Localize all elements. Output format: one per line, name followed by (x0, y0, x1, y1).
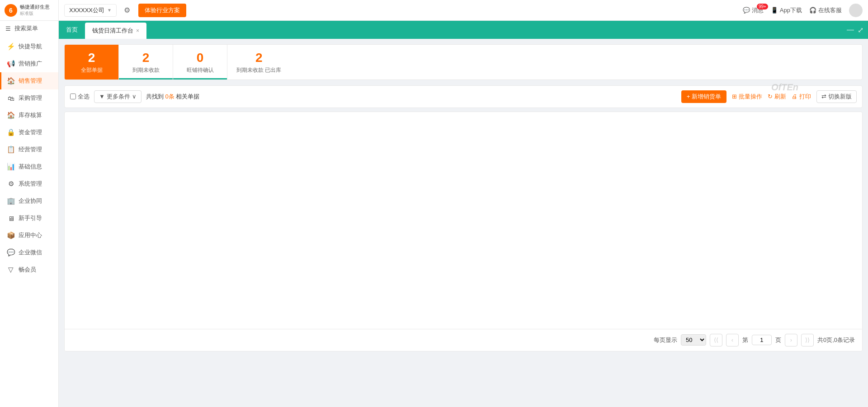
sidebar-item-label: 基础信息 (19, 163, 42, 171)
add-sale-order-button[interactable]: + 新增销货单 (681, 90, 726, 103)
company-name: XXXXXX公司 (69, 6, 104, 14)
avatar[interactable] (849, 4, 863, 17)
stats-tab-pending[interactable]: 0 旺铺待确认 (173, 45, 227, 80)
search-menu-label: 搜索菜单 (14, 24, 38, 33)
sidebar-item-label: 应用中心 (19, 231, 42, 239)
select-all-checkbox[interactable]: 全选 (70, 93, 90, 101)
last-page-button[interactable]: ⟩⟩ (801, 334, 814, 346)
batch-icon: ⊞ (732, 93, 737, 100)
first-page-button[interactable]: ⟨⟨ (710, 334, 722, 346)
page-suffix: 页 (775, 336, 781, 344)
tab-close-icon[interactable]: × (136, 28, 139, 34)
sidebar-item-label: 畅会员 (19, 266, 36, 274)
sidebar-item-new-guide[interactable]: 🖥 新手引导 (0, 210, 58, 227)
logo-icon: 6 (5, 4, 17, 17)
minimize-icon[interactable]: — (847, 26, 854, 34)
service-icon: 🎧 (809, 7, 816, 14)
switch-icon: ⇄ (821, 93, 826, 100)
per-page-label: 每页显示 (654, 336, 677, 344)
tab-underline-overdue (119, 78, 173, 80)
operations-icon: 📋 (7, 145, 15, 154)
cooperation-icon: 🏢 (7, 197, 15, 205)
sidebar-item-label: 采购管理 (19, 94, 42, 102)
trial-button[interactable]: 体验行业方案 (138, 4, 186, 17)
sidebar-logo-area: 6 畅捷通好生意 标准版 (0, 0, 58, 21)
batch-operation-button[interactable]: ⊞ 批量操作 (732, 93, 762, 101)
finance-icon: 🔒 (7, 128, 15, 136)
print-button[interactable]: 🖨 打印 (792, 93, 811, 101)
active-tab-label: 钱货日清工作台 (92, 27, 133, 35)
chevron-down-icon: ▼ (107, 8, 112, 13)
per-page-select[interactable]: 50 100 200 (681, 334, 706, 346)
app-download-label: App下载 (780, 6, 802, 14)
select-all-label: 全选 (78, 93, 90, 101)
sidebar-item-purchase[interactable]: 🛍 采购管理 (0, 89, 58, 107)
app-name: 畅捷通好生意 (20, 4, 50, 10)
sidebar-item-sales[interactable]: 🏠 销售管理 (0, 72, 58, 89)
base-info-icon: 📊 (7, 163, 15, 171)
new-guide-icon: 🖥 (7, 215, 15, 222)
tab-bar-actions: — ⤢ (847, 26, 868, 34)
refresh-label: 刷新 (774, 93, 786, 101)
sidebar-item-cooperation[interactable]: 🏢 企业协同 (0, 192, 58, 210)
page-number-input[interactable] (752, 335, 772, 345)
stats-tabs: 2 全部单据 2 到期未收款 0 旺铺待确认 2 到期未收款 已出库 (64, 44, 863, 80)
inventory-icon: 🏠 (7, 111, 15, 119)
sidebar-item-operations[interactable]: 📋 经营管理 (0, 141, 58, 158)
refresh-button[interactable]: ↻ 刷新 (768, 93, 786, 101)
stats-pending-label: 旺铺待确认 (187, 66, 214, 74)
select-all-input[interactable] (70, 94, 76, 99)
sidebar-item-quick-nav[interactable]: ⚡ 快捷导航 (0, 38, 58, 55)
switch-version-button[interactable]: ⇄ 切换新版 (816, 90, 857, 103)
member-icon: ▽ (7, 266, 15, 274)
toolbar: 全选 ▼ 更多条件 ∨ 共找到 0条 相关单据 + 新增销货单 ⊞ 批量操作 ↻… (64, 85, 863, 108)
sidebar-item-label: 系统管理 (19, 180, 42, 188)
sidebar-item-wechat[interactable]: 💬 企业微信 (0, 244, 58, 261)
system-icon: ⚙ (7, 180, 15, 188)
message-button[interactable]: 💬 消息 99+ (743, 6, 764, 14)
search-menu-icon: ☰ (5, 25, 11, 32)
next-page-button[interactable]: › (785, 334, 797, 346)
main-content: 2 全部单据 2 到期未收款 0 旺铺待确认 2 到期未收款 已出库 全选 ▼ (59, 39, 868, 407)
tab-active[interactable]: 钱货日清工作台 × (85, 23, 146, 39)
switch-label: 切换新版 (828, 93, 852, 101)
stats-tab-all[interactable]: 2 全部单据 (65, 45, 119, 80)
app-download-button[interactable]: 📱 App下载 (771, 6, 802, 14)
sidebar-item-label: 库存核算 (19, 111, 42, 119)
sales-icon: 🏠 (7, 77, 15, 85)
company-selector[interactable]: XXXXXX公司 ▼ (64, 4, 117, 17)
print-icon: 🖨 (792, 93, 797, 100)
sidebar-item-label: 企业协同 (19, 197, 42, 205)
tab-home[interactable]: 首页 (59, 21, 85, 39)
home-tab-label: 首页 (66, 26, 78, 34)
app-center-icon: 📦 (7, 231, 15, 239)
sidebar-item-inventory[interactable]: 🏠 库存核算 (0, 107, 58, 124)
sidebar-item-label: 资金管理 (19, 128, 42, 136)
stats-tab-overdue[interactable]: 2 到期未收款 (119, 45, 173, 80)
settings-button[interactable]: ⚙ (120, 4, 134, 17)
prev-page-button[interactable]: ‹ (726, 334, 739, 346)
search-menu-item[interactable]: ☰ 搜索菜单 (0, 21, 58, 36)
sidebar-item-app-center[interactable]: 📦 应用中心 (0, 227, 58, 244)
online-service-label: 在线客服 (818, 6, 842, 14)
found-text: 共找到 0条 相关单据 (146, 93, 199, 101)
filter-button[interactable]: ▼ 更多条件 ∨ (94, 90, 142, 103)
message-badge: 99+ (757, 4, 768, 9)
sidebar-item-label: 新手引导 (19, 214, 42, 222)
filter-chevron-icon: ∨ (132, 93, 137, 100)
quick-nav-icon: ⚡ (7, 42, 15, 51)
top-header: XXXXXX公司 ▼ ⚙ 体验行业方案 💬 消息 99+ 📱 App下载 🎧 在… (59, 0, 868, 21)
maximize-icon[interactable]: ⤢ (858, 26, 863, 34)
sidebar-item-base-info[interactable]: 📊 基础信息 (0, 158, 58, 175)
sidebar-nav: ⚡ 快捷导航 📢 营销推广 🏠 销售管理 🛍 采购管理 🏠 库存核算 🔒 资金管… (0, 36, 58, 407)
sidebar-item-member[interactable]: ▽ 畅会员 (0, 261, 58, 278)
sidebar-item-finance[interactable]: 🔒 资金管理 (0, 124, 58, 141)
stats-tab-not-shipped[interactable]: 2 到期未收款 已出库 (227, 45, 290, 80)
tab-underline-not-shipped (227, 78, 290, 80)
sidebar-item-marketing[interactable]: 📢 营销推广 (0, 55, 58, 72)
print-label: 打印 (799, 93, 811, 101)
stats-not-shipped-label: 到期未收款 已出库 (236, 66, 281, 74)
stats-overdue-number: 2 (142, 50, 150, 65)
sidebar-item-system[interactable]: ⚙ 系统管理 (0, 175, 58, 192)
online-service-button[interactable]: 🎧 在线客服 (809, 6, 842, 14)
